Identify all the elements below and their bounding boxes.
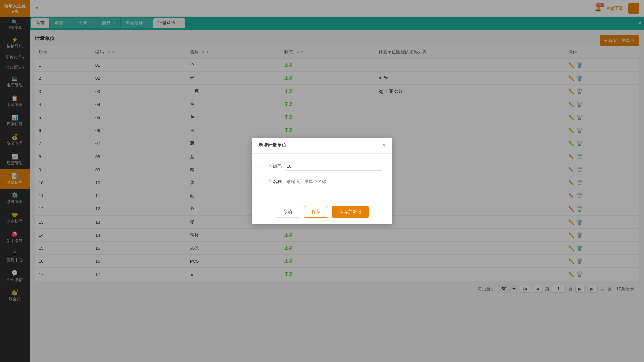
modal-footer: 取消 保存 保存并新增 [252,201,392,224]
modal-overlay: 新增计量单位 × * 编码 * 名称 取消 保存 保存并新增 [0,0,644,362]
modal-header: 新增计量单位 × [252,138,392,154]
modal-close-button[interactable]: × [383,142,386,148]
code-input[interactable] [285,162,382,171]
modal-title: 新增计量单位 [258,142,286,148]
modal-body: * 编码 * 名称 [252,154,392,201]
code-label: * 编码 [262,163,282,169]
cancel-button[interactable]: 取消 [276,206,300,218]
save-and-new-button[interactable]: 保存并新增 [332,206,369,218]
name-input[interactable] [285,177,382,186]
form-row-name: * 名称 [262,177,382,186]
add-unit-modal: 新增计量单位 × * 编码 * 名称 取消 保存 保存并新增 [252,138,392,224]
name-label: * 名称 [262,179,282,185]
save-button[interactable]: 保存 [304,206,328,218]
form-row-code: * 编码 [262,162,382,171]
